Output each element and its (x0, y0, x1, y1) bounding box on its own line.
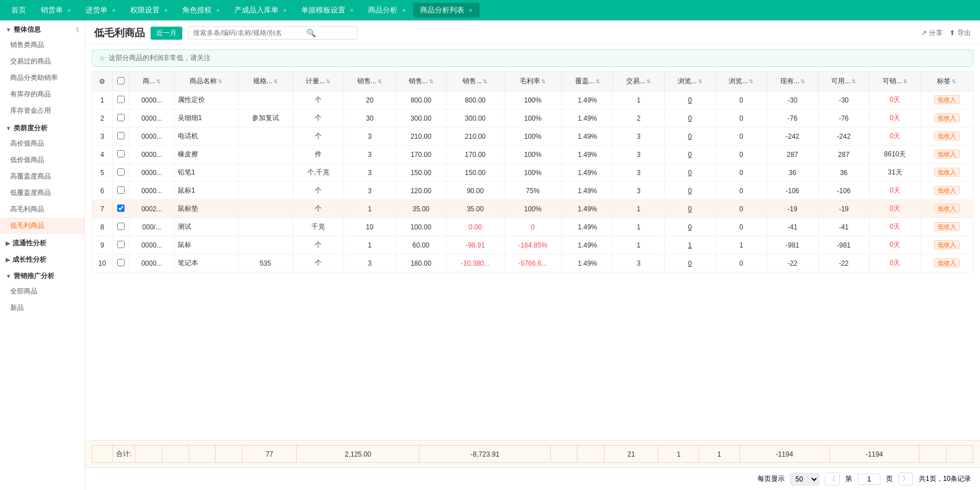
row-name[interactable]: 吴细细1 (174, 109, 238, 127)
row-checkbox-cell[interactable] (113, 254, 130, 272)
row-name[interactable]: 笔记本 (174, 254, 238, 272)
col-coverage[interactable]: 覆盖...⇅ (562, 72, 613, 91)
col-sale-qty[interactable]: 销售...⇅ (344, 72, 396, 91)
sidebar-item-high-value[interactable]: 高价值商品 (0, 135, 84, 152)
nav-sales-order[interactable]: 销货单 × (34, 3, 78, 18)
nav-purchase-order[interactable]: 进货单 × (79, 3, 122, 18)
row-views1[interactable]: 0 (664, 164, 716, 182)
row-name[interactable]: 电话机 (174, 127, 238, 146)
col-saleable-days[interactable]: 可销...⇅ (870, 72, 921, 91)
col-sale-price[interactable]: 销售...⇅ (395, 72, 447, 91)
per-page-select[interactable]: 50 100 200 (790, 473, 819, 485)
sidebar-item-traded-goods[interactable]: 交易过的商品 (0, 53, 84, 70)
nav-permissions[interactable]: 权限设置 × (123, 3, 174, 18)
col-views2[interactable]: 浏览...⇅ (716, 72, 767, 91)
sidebar-item-low-coverage[interactable]: 低覆盖度商品 (0, 185, 84, 201)
search-input[interactable] (193, 29, 306, 37)
row-checkbox[interactable] (117, 132, 125, 139)
row-checkbox[interactable] (117, 114, 125, 121)
col-code[interactable]: 商...⇅ (130, 72, 174, 91)
row-views1[interactable]: 0 (664, 146, 716, 164)
col-sale-profit[interactable]: 销售...⇅ (447, 72, 504, 91)
prev-page-button[interactable]: 〈 (825, 472, 840, 485)
sidebar-item-stocked-goods[interactable]: 有库存的商品 (0, 86, 84, 103)
close-icon[interactable]: × (469, 7, 472, 14)
nav-home[interactable]: 首页 (5, 3, 33, 18)
row-name[interactable]: 鼠标 (174, 236, 238, 254)
share-button[interactable]: ↗ 分享 (921, 28, 943, 38)
row-checkbox[interactable] (117, 96, 125, 103)
sidebar-group-flow[interactable]: ▶ 流通性分析 (0, 234, 84, 250)
row-name[interactable]: 橡皮擦 (174, 146, 238, 164)
row-checkbox[interactable] (117, 186, 125, 194)
row-checkbox[interactable] (117, 150, 125, 157)
close-icon[interactable]: × (283, 7, 286, 14)
row-checkbox[interactable] (117, 223, 125, 230)
close-icon[interactable]: × (350, 7, 353, 14)
col-settings[interactable]: ⚙ (92, 72, 113, 91)
filter-recent-month-button[interactable]: 近一月 (151, 27, 182, 40)
select-all-checkbox[interactable] (117, 77, 125, 84)
nav-product-inbound[interactable]: 产成品入库单 × (228, 3, 293, 18)
row-views1[interactable]: 0 (664, 218, 716, 236)
col-views1[interactable]: 浏览...⇅ (664, 72, 716, 91)
row-checkbox-cell[interactable] (113, 236, 130, 254)
row-name[interactable]: 测试 (174, 218, 238, 236)
row-name[interactable]: 属性定价 (174, 91, 238, 109)
row-name[interactable]: 铅笔1 (174, 164, 238, 182)
row-checkbox-cell[interactable] (113, 218, 130, 236)
row-checkbox-cell[interactable] (113, 182, 130, 200)
col-unit[interactable]: 计量...⇅ (293, 72, 344, 91)
nav-product-analysis[interactable]: 商品分析 × (361, 3, 412, 18)
row-checkbox-cell[interactable] (113, 200, 130, 218)
col-spec[interactable]: 规格...⇅ (238, 72, 293, 91)
row-views1[interactable]: 0 (664, 127, 716, 146)
row-views1[interactable]: 0 (664, 91, 716, 109)
row-checkbox-cell[interactable] (113, 109, 130, 127)
sidebar-item-low-value[interactable]: 低价值商品 (0, 152, 84, 168)
sidebar-item-stock-capital[interactable]: 库存资金占用 (0, 103, 84, 119)
close-icon[interactable]: × (164, 7, 168, 14)
nav-product-analysis-list[interactable]: 商品分析列表 × (413, 3, 479, 18)
next-page-button[interactable]: 〉 (898, 472, 913, 485)
close-icon[interactable]: × (67, 7, 71, 14)
row-checkbox-cell[interactable] (113, 91, 130, 109)
row-views1[interactable]: 0 (664, 109, 716, 127)
close-icon[interactable]: × (112, 7, 115, 14)
collapse-icon[interactable]: 《 (73, 26, 79, 34)
row-name[interactable]: 鼠标1 (174, 182, 238, 200)
sidebar-group-growth[interactable]: ▶ 成长性分析 (0, 250, 84, 267)
row-checkbox-cell[interactable] (113, 127, 130, 146)
col-current-stock[interactable]: 现有...⇅ (767, 72, 819, 91)
row-checkbox[interactable] (117, 204, 125, 212)
sidebar-item-high-coverage[interactable]: 高覆盖度商品 (0, 168, 84, 185)
row-checkbox[interactable] (117, 241, 125, 248)
sidebar-item-new-goods[interactable]: 新品 (0, 300, 84, 316)
row-name[interactable]: 鼠标垫 (174, 200, 238, 218)
row-checkbox[interactable] (117, 259, 125, 266)
col-transactions[interactable]: 交易...⇅ (613, 72, 665, 91)
row-views1[interactable]: 1 (664, 236, 716, 254)
sidebar-group-marketing[interactable]: ▼ 营销推广分析 (0, 267, 84, 283)
sidebar-item-all-goods[interactable]: 全部商品 (0, 283, 84, 300)
sidebar-item-low-margin[interactable]: 低毛利商品 (0, 218, 84, 234)
close-icon[interactable]: × (216, 7, 220, 14)
col-name[interactable]: 商品名称⇅ (174, 72, 238, 91)
row-views1[interactable]: 0 (664, 200, 716, 218)
row-checkbox[interactable] (117, 168, 125, 176)
sidebar-item-sales-goods[interactable]: 销售类商品 (0, 37, 84, 53)
sidebar-item-high-margin[interactable]: 高毛利商品 (0, 201, 84, 218)
close-icon[interactable]: × (402, 7, 405, 14)
row-views1[interactable]: 0 (664, 254, 716, 272)
col-checkbox[interactable] (113, 72, 130, 91)
col-available-stock[interactable]: 可用...⇅ (818, 72, 870, 91)
sidebar-group-overall[interactable]: ▼ 整体信息 《 (0, 20, 84, 37)
row-checkbox-cell[interactable] (113, 164, 130, 182)
row-views1[interactable]: 0 (664, 182, 716, 200)
sidebar-item-category-assist[interactable]: 商品分类助销率 (0, 70, 84, 86)
nav-roles[interactable]: 角色授权 × (176, 3, 226, 18)
nav-template-settings[interactable]: 单据模板设置 × (294, 3, 360, 18)
col-tag[interactable]: 标签⇅ (921, 72, 973, 91)
sidebar-group-cluster[interactable]: ▼ 类群度分析 (0, 119, 84, 135)
col-gross-margin[interactable]: 毛利率⇅ (504, 72, 562, 91)
